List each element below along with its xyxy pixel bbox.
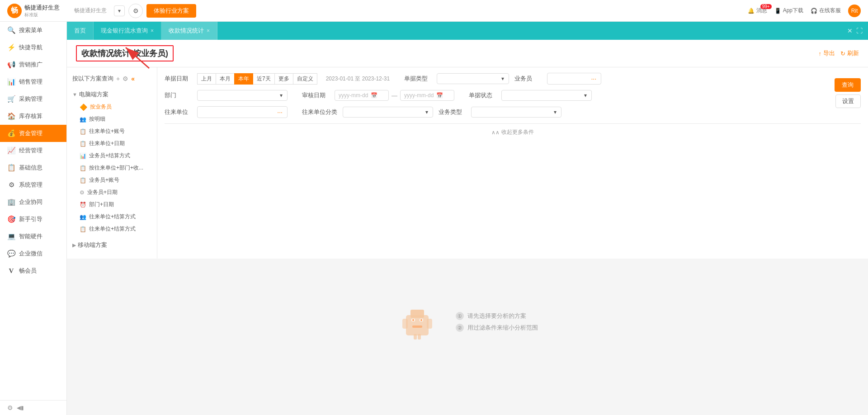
date-tab-thisyear[interactable]: 本年 [234,73,253,85]
scheme-collapse-icon[interactable]: « [131,75,135,82]
sidebar-settings-icon[interactable]: ⚙ [7,404,13,411]
sidebar-item-purchase[interactable]: 🛒 采购管理 [0,90,66,108]
status-select[interactable]: ▾ [501,90,592,101]
header-gear-button[interactable]: ⚙ [128,4,143,18]
scheme-item-salesman-acct[interactable]: 📋 业务员+账号 [67,174,157,186]
app-download-button[interactable]: 📱 App下载 [774,7,803,14]
sidebar-item-finance[interactable]: 💰 资金管理 [0,125,66,142]
sidebar-item-enterprise[interactable]: 🏢 企业协同 [0,193,66,211]
sidebar-item-hardware[interactable]: 💻 智能硬件 [0,228,66,245]
sidebar-item-system[interactable]: ⚙ 系统管理 [0,176,66,193]
user-avatar[interactable]: Rit [848,5,861,17]
tab-right-actions: ✕ ⛶ [847,27,868,34]
tab-home[interactable]: 首页 [67,22,94,40]
sidebar-item-sales[interactable]: 📊 销售管理 [0,73,66,90]
desktop-group-arrow: ▼ [72,92,77,97]
svg-rect-9 [414,334,417,340]
svg-rect-2 [402,319,408,329]
category-select[interactable]: ▾ [437,73,509,84]
scheme-group-mobile-header[interactable]: ▶ 移动端方案 [67,239,157,251]
filter-row-1: 单据日期 上月 本月 本年 近7天 更多 自定义 2023-01-01 至 20… [165,73,825,85]
review-date-to[interactable]: yyyy-mm-dd 📅 [400,90,454,101]
scheme-group-desktop: ▼ 电脑端方案 🔶 按业务员 👥 按明细 📋 往来单位+账号 [67,86,157,237]
business-type-select[interactable]: ▾ [471,107,561,118]
scheme-item-icon-dd: ⏰ [80,202,86,208]
page-title-box: 收款情况统计(按业务员) [76,45,174,61]
export-button[interactable]: ↑ 导出 [819,49,835,57]
date-tab-lastmonth[interactable]: 上月 [197,73,216,85]
query-button[interactable]: 查询 [835,78,861,92]
sidebar-item-marketing[interactable]: 📢 营销推广 [0,56,66,73]
dept-select[interactable]: ▾ [197,90,288,101]
sidebar-item-newbie[interactable]: 🎯 新手引导 [0,211,66,228]
salesman-select[interactable]: ··· [547,73,601,85]
tab-receivables-close[interactable]: × [207,28,210,34]
date-tab-thismonth[interactable]: 本月 [216,73,235,85]
sidebar-label-wechat: 企业微信 [19,250,42,258]
scheme-item-salesman[interactable]: 🔶 按业务员 [67,101,157,113]
sidebar-item-operation[interactable]: 📈 经营管理 [0,142,66,159]
sidebar-label-search: 搜索菜单 [19,26,42,34]
partner-category-select[interactable]: ▾ [343,107,433,118]
empty-hints: ① 请先选择要分析的方案 ② 用过滤条件来缩小分析范围 [456,312,538,332]
tab-bank-close[interactable]: × [151,28,154,34]
breadcrumb-dropdown[interactable]: ▾ [114,5,125,16]
filter-settings-button[interactable]: 设置 [835,94,861,108]
date-tab-more[interactable]: 更多 [274,73,293,85]
scheme-item-salesman-method[interactable]: 📊 业务员+结算方式 [67,150,157,162]
sidebar-item-quicknav[interactable]: ⚡ 快捷导航 [0,39,66,56]
filter-fields: 单据日期 上月 本月 本年 近7天 更多 自定义 2023-01-01 至 20… [165,73,825,123]
sidebar-collapse-icon[interactable]: ◀▮ [17,405,24,411]
scheme-item-partner-account[interactable]: 📋 往来单位+账号 [67,125,157,137]
scheme-item-salesman-date[interactable]: ⚙ 业务员+日期 [67,186,157,198]
header-nav-area: 畅捷通好生意 ▾ ⚙ 体验行业方案 [74,4,748,18]
review-date-from-placeholder: yyyy-mm-dd [339,92,368,99]
sidebar-item-inventory[interactable]: 🏠 库存核算 [0,108,66,125]
status-label: 单据状态 [469,91,496,99]
sidebar-item-wechat[interactable]: 💬 企业微信 [0,245,66,262]
search-icon: 🔍 [7,26,15,34]
scheme-item-detail[interactable]: 👥 按明细 [67,113,157,125]
calendar-to-icon[interactable]: 📅 [436,92,443,99]
scheme-item-label-pm2: 往来单位+结算方式 [89,225,136,233]
partner-more-icon[interactable]: ··· [277,108,283,116]
scheme-item-partner-method1[interactable]: 👥 往来单位+结算方式 [67,211,157,223]
scheme-item-icon-sm: 📊 [80,153,86,159]
vip-icon: V [7,267,15,275]
scheme-settings-icon[interactable]: ⚙ [123,75,128,82]
collapse-bar[interactable]: ∧∧ 收起更多条件 [165,123,861,141]
scheme-add-icon[interactable]: + [116,75,120,82]
tab-bank[interactable]: 现金银行流水查询 × [94,22,161,40]
empty-hint-2: ② 用过滤条件来缩小分析范围 [456,324,538,332]
online-service-button[interactable]: 🎧 在线客服 [811,7,841,14]
partner-select[interactable]: ··· [197,106,288,118]
tab-close-all-icon[interactable]: ✕ [847,27,853,34]
online-service-label: 在线客服 [819,7,841,14]
scheme-item-partner-dept[interactable]: 📋 按往来单位+部门+收... [67,162,157,174]
calendar-from-icon[interactable]: 📅 [371,92,377,99]
scheme-item-dept-date[interactable]: ⏰ 部门+日期 [67,198,157,211]
review-date-from[interactable]: yyyy-mm-dd 📅 [335,90,389,101]
filter-main: 单据日期 上月 本月 本年 近7天 更多 自定义 2023-01-01 至 20… [165,73,861,123]
sidebar-item-basic[interactable]: 📋 基础信息 [0,159,66,176]
scheme-item-label-salesman: 按业务员 [90,103,112,111]
scheme-group-desktop-header[interactable]: ▼ 电脑端方案 [67,88,157,101]
date-tab-7days[interactable]: 近7天 [253,73,275,85]
sidebar-item-vip[interactable]: V 畅会员 [0,262,66,279]
scheme-item-partner-method2[interactable]: 📋 往来单位+结算方式 [67,223,157,235]
trial-industry-button[interactable]: 体验行业方案 [146,4,196,18]
salesman-more-icon[interactable]: ··· [591,75,596,82]
tab-receivables[interactable]: 收款情况统计 × [161,22,217,40]
sidebar-label-finance: 资金管理 [19,129,42,137]
notifications-button[interactable]: 🔔 消息 99+ [748,7,767,14]
page-actions: ↑ 导出 ↻ 刷新 [819,49,859,57]
headset-icon: 🎧 [811,8,817,14]
tab-maximize-icon[interactable]: ⛶ [856,27,863,34]
page-area: 收款情况统计(按业务员) ↑ 导出 ↻ 刷新 按以下方案查询 + [67,40,868,415]
operation-icon: 📈 [7,146,15,155]
scheme-item-partner-date[interactable]: 📋 往来单位+日期 [67,137,157,150]
refresh-button[interactable]: ↻ 刷新 [840,49,859,57]
empty-hint-1: ① 请先选择要分析的方案 [456,312,538,320]
sidebar-item-search[interactable]: 🔍 搜索菜单 [0,22,66,39]
date-tab-custom[interactable]: 自定义 [293,73,317,85]
